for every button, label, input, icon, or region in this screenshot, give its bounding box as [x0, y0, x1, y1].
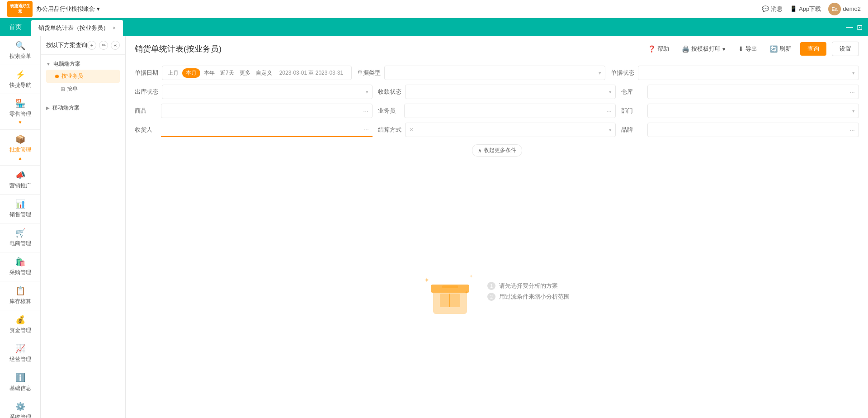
doc-type-field: 单据类型 ▾	[357, 66, 605, 80]
left-panel-mobile-section: ▶ 移动端方案	[41, 99, 125, 117]
basic-info-icon: ℹ️	[15, 373, 25, 383]
query-btn[interactable]: 查询	[800, 42, 826, 56]
quicknav-icon: ⚡	[15, 70, 25, 80]
sidebar-item-basic-info[interactable]: ℹ️ 基础信息	[0, 368, 40, 397]
help-btn[interactable]: ❓ 帮助	[644, 43, 673, 55]
desktop-section-header[interactable]: ▼ 电脑端方案	[46, 58, 120, 70]
message-btn[interactable]: 💬 消息	[762, 5, 783, 13]
tab-minimize-btn[interactable]: —	[846, 23, 853, 31]
filter-row-1: 单据日期 上月 本月 本年 近7天 更多 自定义 2023-03-01 至 20…	[135, 66, 859, 80]
date-btn-last-month[interactable]: 上月	[166, 68, 180, 78]
sidebar-item-wholesale[interactable]: 📦 批发管理 ▲	[0, 130, 40, 166]
filter-row-4: 收货人 ··· 结算方式 ✕ ▾ 品牌 ···	[135, 123, 859, 137]
user-profile-btn[interactable]: Ea demo2	[828, 3, 861, 15]
collapse-btn[interactable]: ∧ 收起更多条件	[472, 144, 522, 157]
sidebar-item-sales[interactable]: 📊 销售管理	[0, 195, 40, 223]
receiver-control[interactable]: ···	[161, 123, 373, 137]
settings-btn[interactable]: 设置	[832, 42, 859, 56]
warehouse-dots-icon: ···	[849, 88, 855, 95]
doc-type-control[interactable]: ▾	[384, 66, 605, 80]
sidebar-item-inventory[interactable]: 📋 库存核算	[0, 281, 40, 310]
system-icon: ⚙️	[15, 402, 25, 412]
out-status-label: 出库状态	[135, 88, 158, 96]
department-control[interactable]: ▾	[647, 104, 859, 118]
svg-rect-4	[442, 285, 458, 288]
sidebar-item-quicknav[interactable]: ⚡ 快捷导航	[0, 65, 40, 94]
app-logo: 畅捷通好生意	[7, 1, 33, 17]
left-panel-edit-btn[interactable]: ✏	[99, 41, 108, 50]
sidebar-item-operation[interactable]: 📈 经营管理	[0, 339, 40, 368]
date-btn-more[interactable]: 更多	[238, 68, 252, 78]
payment-clear-icon[interactable]: ✕	[409, 127, 414, 133]
brand-dots-icon: ···	[849, 126, 855, 133]
doc-status-control[interactable]: ▾	[638, 66, 859, 80]
tab-home[interactable]: 首页	[0, 18, 31, 36]
sidebar-item-marketing[interactable]: 📣 营销推广	[0, 166, 40, 195]
date-btn-7days[interactable]: 近7天	[218, 68, 236, 78]
receiver-field: 收货人 ···	[135, 123, 373, 137]
export-btn[interactable]: ⬇ 导出	[735, 43, 761, 55]
salesperson-control[interactable]: ···	[404, 104, 616, 118]
date-btn-this-year[interactable]: 本年	[202, 68, 217, 78]
tab-restore-btn[interactable]: ⊡	[857, 23, 863, 32]
receipt-status-label: 收款状态	[378, 88, 401, 96]
mobile-section-header[interactable]: ▶ 移动端方案	[46, 102, 120, 114]
help-icon: ❓	[648, 45, 656, 52]
sales-icon: 📊	[15, 199, 25, 209]
receipt-status-control[interactable]: ▾	[405, 85, 616, 99]
sidebar-item-search[interactable]: 🔍 搜索菜单	[0, 36, 40, 65]
sidebar-item-ecommerce[interactable]: 🛒 电商管理	[0, 223, 40, 252]
left-panel: 按以下方案查询 + ✏ « ▼ 电脑端方案 按业务员 ⊞ 按单 ▶	[41, 36, 126, 418]
salesperson-dots-icon: ···	[606, 107, 612, 114]
date-btn-custom[interactable]: 自定义	[254, 68, 274, 78]
app-name-label: 办公用品行业模拟账套	[36, 5, 95, 13]
app-name-dropdown[interactable]: 办公用品行业模拟账套 ▾	[36, 5, 100, 13]
print-dropdown-icon: ▾	[722, 46, 726, 52]
payment-arrow-icon: ▾	[609, 127, 612, 133]
left-panel-item-by-order[interactable]: ⊞ 按单	[46, 83, 120, 95]
refresh-icon: 🔄	[770, 45, 778, 52]
collapse-icon: ∧	[478, 147, 482, 154]
collapse-row: ∧ 收起更多条件	[135, 142, 859, 159]
wholesale-icon: 📦	[15, 134, 25, 144]
date-btn-this-month[interactable]: 本月	[182, 68, 200, 78]
sidebar-item-system[interactable]: ⚙️ 系统管理	[0, 397, 40, 418]
department-field: 部门 ▾	[621, 104, 859, 118]
goods-control[interactable]: ···	[161, 104, 373, 118]
out-status-control[interactable]: ▾	[162, 85, 373, 99]
sidebar-item-retail[interactable]: 🏪 零售管理 ▼	[0, 94, 40, 130]
left-panel-collapse-btn[interactable]: «	[111, 41, 120, 50]
tab-active[interactable]: 销货单统计表（按业务员） ×	[31, 20, 123, 36]
date-range-text: 2023-03-01 至 2023-03-31	[279, 69, 343, 77]
brand-control[interactable]: ···	[647, 123, 859, 137]
refresh-btn[interactable]: 🔄 刷新	[766, 43, 795, 55]
payment-control[interactable]: ✕ ▾	[405, 123, 616, 137]
salesperson-label: 业务员	[378, 107, 401, 115]
page-header-actions: ❓ 帮助 🖨️ 按模板打印 ▾ ⬇ 导出 🔄 刷新 查询 设置	[644, 42, 859, 56]
warehouse-control[interactable]: ···	[647, 85, 859, 99]
marketing-icon: 📣	[15, 170, 25, 180]
sub-item-icon: ⊞	[61, 86, 65, 92]
left-panel-add-btn[interactable]: +	[87, 41, 96, 50]
print-icon: 🖨️	[682, 45, 689, 52]
app-download-btn[interactable]: 📱 App下载	[790, 5, 821, 13]
operation-icon: 📈	[15, 344, 25, 354]
goods-dots-icon: ···	[363, 107, 368, 114]
export-icon: ⬇	[738, 45, 744, 52]
page-title: 销货单统计表(按业务员)	[135, 43, 222, 54]
hint-num-2: 2	[487, 293, 495, 301]
print-btn[interactable]: 🖨️ 按模板打印 ▾	[678, 43, 729, 55]
out-status-field: 出库状态 ▾	[135, 85, 373, 99]
tab-close-btn[interactable]: ×	[113, 25, 116, 31]
left-panel-item-salesperson[interactable]: 按业务员	[46, 70, 120, 83]
sidebar-item-purchase[interactable]: 🛍️ 采购管理	[0, 252, 40, 281]
receiver-label: 收货人	[135, 126, 157, 134]
filter-row-3: 商品 ··· 业务员 ··· 部门 ▾	[135, 104, 859, 118]
retail-icon: 🏪	[15, 99, 25, 109]
empty-state: ✦ ✦ ✦ 1 请先选择要分析的方案 2 用过滤条件来缩小分析范围	[126, 165, 868, 418]
empty-hint-2: 2 用过滤条件来缩小分析范围	[487, 293, 570, 301]
tabbar: 首页 销货单统计表（按业务员） × — ⊡	[0, 18, 868, 36]
sidebar-item-finance[interactable]: 💰 资金管理	[0, 310, 40, 339]
left-panel-actions: + ✏ «	[87, 41, 120, 50]
date-range-control[interactable]: 上月 本月 本年 近7天 更多 自定义 2023-03-01 至 2023-03…	[162, 66, 352, 80]
